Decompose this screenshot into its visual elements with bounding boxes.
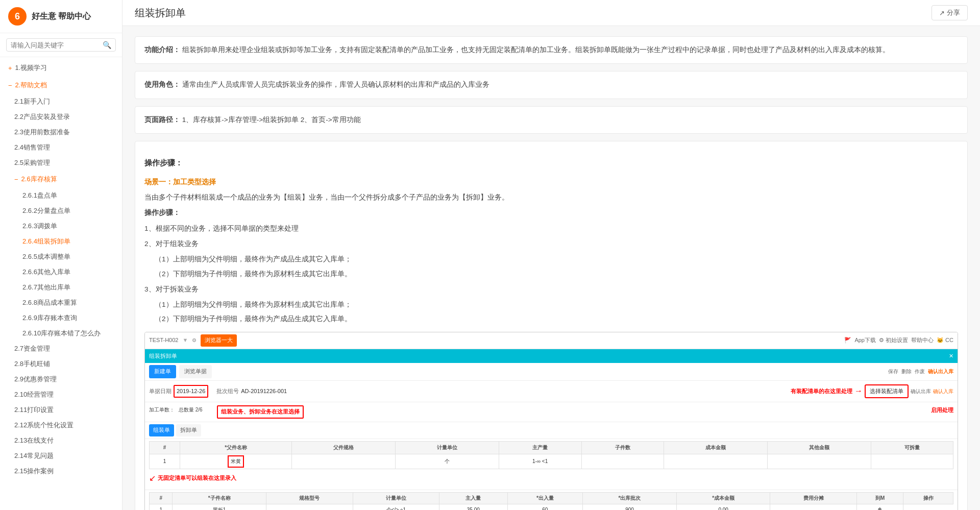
confirm-instock[interactable]: 确认入库 xyxy=(933,387,953,396)
scene1-desc: 当由多个子件材料组装成一个成品的业务为【组装】业务，当由一个父件拆分成多个子产品… xyxy=(144,191,958,204)
sidebar-item-video[interactable]: + 1.视频学习 xyxy=(0,59,122,77)
sidebar-item-sales[interactable]: 2.4销售管理 xyxy=(0,140,122,155)
scene1-title: 场景一：加工类型选择 xyxy=(144,176,958,188)
path-label: 页面路径： xyxy=(144,116,180,124)
fields-container: 单据日期 2019-12-26 批次组号 AD-20191226-001 有装配… xyxy=(145,381,958,402)
share-button[interactable]: ↗ 分享 xyxy=(932,5,968,20)
sidebar-item-assembly[interactable]: 2.6.4组装拆卸单 xyxy=(0,234,122,249)
parent-name-input[interactable]: 米黄 xyxy=(228,455,244,468)
sub-table-row: 1 黑板1 个</> ÷1 35.00 60 900 0.00 🗑 xyxy=(150,504,953,510)
th-parent-name: *父件名称 xyxy=(180,441,292,454)
annotation4-area: 启用处理 xyxy=(931,405,953,419)
sidebar-item-cost-adjust[interactable]: 2.6.5成本调整单 xyxy=(0,249,122,264)
sidebar-item-split-check[interactable]: 2.6.2分量盘点单 xyxy=(0,203,122,218)
sidebar-item-data-prep[interactable]: 2.3使用前数据准备 xyxy=(0,125,122,140)
search-area: 🔍 xyxy=(0,33,122,57)
teal-header: 组装拆卸单 ✕ xyxy=(145,349,958,363)
sidebar-item-cases[interactable]: 2.15操作案例 xyxy=(0,464,122,479)
sidebar-item-ledger-fix[interactable]: 2.6.10库存账本错了怎么办 xyxy=(0,326,122,341)
tab-browse[interactable]: 浏览单据 xyxy=(179,365,212,378)
plus-icon-1: + xyxy=(8,64,12,72)
step1: 1、根据不同的业务，选择不同单据的类型来处理 xyxy=(144,223,958,235)
th-sub-count: 子件数 xyxy=(581,441,664,454)
tab-new[interactable]: 新建单 xyxy=(149,365,176,378)
sidebar-item-transfer[interactable]: 2.6.3调拨单 xyxy=(0,218,122,234)
action-cancel[interactable]: 作废 xyxy=(915,367,925,376)
sub-table: # *子件名称 规格型号 计量单位 主入量 *出入量 *出库批次 *成本金额 费… xyxy=(149,492,953,510)
sidebar-item-cost-recalc[interactable]: 2.6.8商品成本重算 xyxy=(0,295,122,310)
th-qty: 主产量 xyxy=(499,441,581,454)
action-delete[interactable]: 删除 xyxy=(901,367,912,376)
sidebar-item-docs[interactable]: − 2.帮助文档 xyxy=(0,77,122,94)
app-toolbar: 新建单 浏览单据 保存 删除 作废 确认出入库 xyxy=(145,363,958,381)
role-text: 通常由生产人员或库管人员完成拆装业务的操作，库管人员确认原材料的出库和产成品的入… xyxy=(182,81,489,88)
sidebar-item-payment[interactable]: 2.13在线支付 xyxy=(0,433,122,448)
app-screenshot: TEST-H002 ▼ ⚙ 浏览器一大 🚩 App下载 ⚙ 初始设置 帮助中心 … xyxy=(144,332,958,510)
sidebar-item-print[interactable]: 2.11打印设置 xyxy=(0,402,122,418)
step2: 2、对于组装业务 xyxy=(144,238,958,250)
sidebar-item-ops-mgmt[interactable]: 2.10经营管理 xyxy=(0,387,122,402)
intro-label: 功能介绍： xyxy=(144,46,180,54)
minus-icon-2: − xyxy=(14,176,18,183)
share-icon: ↗ xyxy=(939,9,945,17)
action-save[interactable]: 保存 xyxy=(888,367,898,376)
type-select-highlight: 组装业务、拆卸业务在这里选择 xyxy=(217,405,304,419)
arrow-down-icon: ↙ xyxy=(149,471,156,486)
app-fields: 单据日期 2019-12-26 批次组号 AD-20191226-001 有装配… xyxy=(145,381,958,402)
sub-fields: 加工单数： 总数量 2/6 组装业务、拆卸业务在这里选择 启用处理 xyxy=(145,402,958,422)
confirm-action[interactable]: 确认出库 xyxy=(911,387,931,396)
logo-text: 好生意 帮助中心 xyxy=(32,11,91,22)
count-value: 总数量 2/6 xyxy=(179,405,203,419)
select-bom-btn[interactable]: 选择装配清单 xyxy=(865,384,909,399)
sidebar-item-install[interactable]: 2.2产品安装及登录 xyxy=(0,109,122,125)
search-input[interactable] xyxy=(11,41,103,49)
sidebar-item-ledger-query[interactable]: 2.6.9库存账本查询 xyxy=(0,310,122,326)
path-text: 1、库存核算->库存管理->组装拆卸单 2、首页->常用功能 xyxy=(182,116,361,124)
path-block: 页面路径： 1、库存核算->库存管理->组装拆卸单 2、首页->常用功能 xyxy=(135,106,968,134)
content-area: 功能介绍： 组装拆卸单用来处理企业组装或拆卸等加工业务，支持有固定装配清单的产品… xyxy=(122,26,980,510)
role-block: 使用角色： 通常由生产人员或库管人员完成拆装业务的操作，库管人员确认原材料的出库… xyxy=(135,71,968,99)
sidebar-item-system[interactable]: 2.12系统个性化设置 xyxy=(0,418,122,433)
annotation4-text: 启用处理 xyxy=(931,407,953,413)
minus-icon-1: − xyxy=(8,82,12,89)
sidebar-item-new-user[interactable]: 2.1新手入门 xyxy=(0,94,122,109)
sidebar-item-inventory[interactable]: − 2.6库存核算 xyxy=(0,171,122,188)
share-label: 分享 xyxy=(947,8,960,17)
sidebar-item-mobile[interactable]: 2.8手机旺铺 xyxy=(0,356,122,372)
step3-sub2: （2）下部明细为子件明细，最终作为产成品生成其它入库单。 xyxy=(155,313,958,325)
date-field: 单据日期 2019-12-26 xyxy=(149,384,208,399)
nav-section: + 1.视频学习 − 2.帮助文档 2.1新手入门 2.2产品安装及登录 2.3… xyxy=(0,57,122,481)
app-id: TEST-H002 xyxy=(149,335,178,346)
sidebar-item-stock-check[interactable]: 2.6.1盘点单 xyxy=(0,188,122,203)
close-icon[interactable]: ✕ xyxy=(949,351,953,361)
th-unit: 计量单位 xyxy=(395,441,499,454)
type-btn-assembly[interactable]: 组装单 xyxy=(149,424,174,436)
main-table: # *父件名称 父件规格 计量单位 主产量 子件数 成本金额 其他金额 可拆量 xyxy=(149,441,953,469)
sidebar-item-purchase[interactable]: 2.5采购管理 xyxy=(0,155,122,171)
sidebar-label-inventory: 2.6库存核算 xyxy=(21,175,57,184)
app-top-bar: TEST-H002 ▼ ⚙ 浏览器一大 🚩 App下载 ⚙ 初始设置 帮助中心 … xyxy=(145,332,958,349)
sidebar: 6 好生意 帮助中心 🔍 + 1.视频学习 − 2.帮助文档 2.1新手入门 2… xyxy=(0,0,122,510)
logo-icon: 6 xyxy=(8,7,27,26)
type-select-row: 组装单 拆卸单 xyxy=(145,422,958,439)
sidebar-item-other-out[interactable]: 2.6.7其他出库单 xyxy=(0,280,122,295)
role-label: 使用角色： xyxy=(144,81,180,88)
search-wrap: 🔍 xyxy=(6,38,116,52)
ops-title: 操作步骤： xyxy=(144,156,958,169)
sidebar-item-other-in[interactable]: 2.6.6其他入库单 xyxy=(0,264,122,280)
count-label: 加工单数： xyxy=(149,405,175,419)
th-cost: 成本金额 xyxy=(664,441,768,454)
annotation1-area: 有装配清单的在这里处理 → 选择装配清单 确认出库 确认入库 xyxy=(791,384,953,399)
sidebar-item-coupon[interactable]: 2.9优惠券管理 xyxy=(0,372,122,387)
flag-icon: 🚩 xyxy=(844,335,851,346)
type-btn-disassembly[interactable]: 拆卸单 xyxy=(176,424,201,436)
batch-value: AD-20191226-001 xyxy=(241,386,287,397)
ops-steps-title: 操作步骤： xyxy=(144,207,958,219)
sidebar-item-faq[interactable]: 2.14常见问题 xyxy=(0,448,122,464)
sidebar-item-finance[interactable]: 2.7资金管理 xyxy=(0,341,122,356)
date-label: 单据日期 xyxy=(149,386,172,397)
action-confirm[interactable]: 确认出入库 xyxy=(928,367,953,376)
sidebar-label-docs: 2.帮助文档 xyxy=(15,81,47,90)
search-icon[interactable]: 🔍 xyxy=(103,41,111,49)
sub-table-container: # *子件名称 规格型号 计量单位 主入量 *出入量 *出库批次 *成本金额 费… xyxy=(145,490,958,510)
